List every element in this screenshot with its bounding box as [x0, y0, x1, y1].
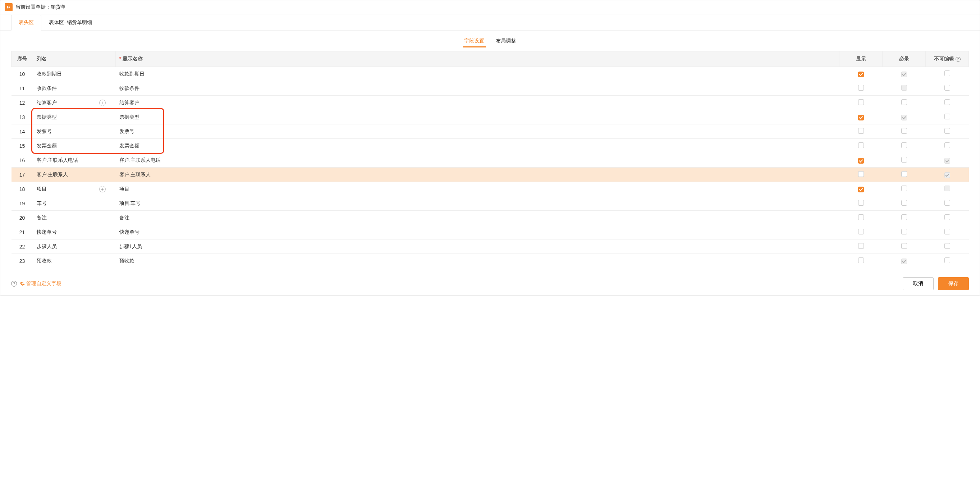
show-checkbox[interactable]	[858, 229, 864, 234]
required-star: *	[119, 56, 121, 62]
column-name-label: 备注	[37, 215, 47, 221]
readonly-checkbox[interactable]	[944, 85, 950, 91]
required-checkbox[interactable]	[901, 99, 907, 105]
required-checkbox[interactable]	[901, 128, 907, 134]
display-name-cell[interactable]: 预收款	[116, 254, 840, 268]
save-button[interactable]: 保存	[938, 277, 969, 290]
column-name-label: 客户.主联系人电话	[37, 157, 78, 164]
display-name-cell[interactable]: 票据类型	[116, 110, 840, 124]
subtab-layout-adjust[interactable]: 布局调整	[494, 36, 517, 48]
expand-plus-button[interactable]: +	[99, 100, 106, 106]
col-readonly-header: 不可编辑?	[926, 51, 969, 67]
table-row[interactable]: 16客户.主联系人电话客户.主联系人电话	[11, 153, 969, 167]
show-checkbox[interactable]	[858, 128, 864, 134]
column-name-label: 收款条件	[37, 85, 57, 92]
required-cell	[883, 124, 926, 139]
tab-body-area[interactable]: 表体区–销货单明细	[41, 15, 100, 30]
subtab-field-settings[interactable]: 字段设置	[463, 36, 486, 48]
table-row[interactable]: 23预收款预收款	[11, 254, 969, 268]
show-checkbox[interactable]	[858, 85, 864, 91]
required-checkbox[interactable]	[901, 142, 907, 148]
readonly-checkbox[interactable]	[944, 128, 950, 134]
seq-cell: 10	[11, 67, 33, 81]
show-checkbox[interactable]	[858, 142, 864, 148]
show-checkbox[interactable]	[858, 99, 864, 105]
table-row[interactable]: 22步骤人员步骤1人员	[11, 239, 969, 254]
display-name-cell[interactable]: 发票号	[116, 124, 840, 139]
display-name-cell[interactable]: 收款条件	[116, 81, 840, 96]
readonly-checkbox[interactable]	[944, 200, 950, 206]
display-name-cell[interactable]: 客户.主联系人	[116, 167, 840, 182]
readonly-checkbox[interactable]	[944, 229, 950, 234]
show-checkbox[interactable]	[858, 214, 864, 220]
show-checkbox[interactable]	[858, 243, 864, 249]
table-row[interactable]: 21快递单号快递单号	[11, 225, 969, 239]
readonly-checkbox[interactable]	[944, 243, 950, 249]
table-row[interactable]: 12结算客户+结算客户	[11, 96, 969, 110]
display-name-cell[interactable]: 发票金额	[116, 139, 840, 153]
table-row[interactable]: 19车号项目.车号	[11, 196, 969, 211]
show-cell	[840, 81, 883, 96]
required-checkbox[interactable]	[901, 171, 907, 177]
name-cell: 发票号	[33, 124, 116, 139]
show-cell	[840, 153, 883, 167]
display-name-cell[interactable]: 项目.车号	[116, 196, 840, 211]
readonly-checkbox[interactable]	[944, 99, 950, 105]
display-name-cell[interactable]: 备注	[116, 211, 840, 225]
readonly-checkbox[interactable]	[944, 258, 950, 263]
show-checkbox[interactable]	[858, 258, 864, 263]
name-cell: 发票金额	[33, 139, 116, 153]
table-row[interactable]: 17客户.主联系人客户.主联系人	[11, 167, 969, 182]
table-row[interactable]: 13票据类型票据类型	[11, 110, 969, 124]
readonly-checkbox[interactable]	[944, 114, 950, 119]
required-checkbox[interactable]	[901, 243, 907, 249]
show-checkbox[interactable]	[858, 158, 864, 164]
readonly-cell	[926, 167, 969, 182]
display-name-cell[interactable]: 客户.主联系人电话	[116, 153, 840, 167]
display-name-cell[interactable]: 收款到期日	[116, 67, 840, 81]
display-name-cell[interactable]: 快递单号	[116, 225, 840, 239]
show-cell	[840, 254, 883, 268]
table-row[interactable]: 10收款到期日收款到期日	[11, 67, 969, 81]
show-checkbox[interactable]	[858, 171, 864, 177]
table-row[interactable]: 15发票金额发票金额	[11, 139, 969, 153]
name-cell: 项目+	[33, 182, 116, 196]
readonly-checkbox[interactable]	[944, 214, 950, 220]
display-name-cell[interactable]: 结算客户	[116, 96, 840, 110]
show-checkbox[interactable]	[858, 186, 864, 193]
show-checkbox[interactable]	[858, 115, 864, 121]
show-cell	[840, 67, 883, 81]
readonly-cell	[926, 81, 969, 96]
table-row[interactable]: 11收款条件收款条件	[11, 81, 969, 96]
required-checkbox[interactable]	[901, 200, 907, 206]
required-checkbox	[901, 85, 907, 91]
table-row[interactable]: 20备注备注	[11, 211, 969, 225]
table-row[interactable]: 18项目+项目	[11, 182, 969, 196]
show-cell	[840, 182, 883, 196]
tab-header-area[interactable]: 表头区	[11, 15, 41, 30]
readonly-checkbox[interactable]	[944, 142, 950, 148]
show-checkbox[interactable]	[858, 200, 864, 206]
readonly-cell	[926, 225, 969, 239]
seq-cell: 23	[11, 254, 33, 268]
table-header-row: 序号 列名 *显示名称 显示 必录 不可编辑?	[11, 51, 969, 67]
display-name-cell[interactable]: 项目	[116, 182, 840, 196]
required-checkbox[interactable]	[901, 157, 907, 162]
required-cell	[883, 239, 926, 254]
display-name-cell[interactable]: 步骤1人员	[116, 239, 840, 254]
help-icon[interactable]: ?	[956, 57, 961, 62]
show-checkbox[interactable]	[858, 72, 864, 77]
table-row[interactable]: 14发票号发票号	[11, 124, 969, 139]
help-icon[interactable]: ?	[11, 281, 17, 287]
expand-plus-button[interactable]: +	[99, 186, 106, 193]
required-checkbox[interactable]	[901, 214, 907, 220]
collapse-toggle[interactable]	[5, 3, 13, 11]
show-cell	[840, 211, 883, 225]
required-checkbox[interactable]	[901, 186, 907, 191]
readonly-checkbox[interactable]	[944, 70, 950, 76]
name-cell: 客户.主联系人电话	[33, 153, 116, 167]
manage-custom-fields-link[interactable]: 管理自定义字段	[20, 280, 62, 287]
column-name-label: 发票金额	[37, 143, 57, 149]
required-checkbox[interactable]	[901, 229, 907, 234]
cancel-button[interactable]: 取消	[903, 277, 934, 290]
